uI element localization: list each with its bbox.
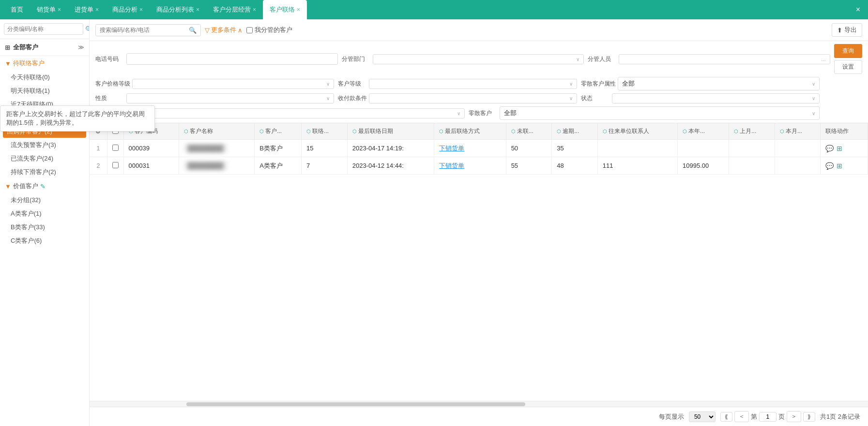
price-value-group[interactable]: ▼ 价值客户 ✎ [0,179,89,193]
action-2: 💬 ⊞ [821,157,868,175]
retail-customer-select[interactable]: 全部 ∨ [500,106,820,120]
gender-select[interactable]: ∨ [126,93,334,103]
col-contact[interactable]: 联络... [302,123,348,140]
my-customer-check[interactable] [246,27,253,33]
last-page-btn[interactable]: ⟫ [803,412,815,422]
last-contact-date-1: 2023-04-17 14:19: [347,140,434,157]
filter-phone: 电话号码 [95,53,338,65]
col-this-year[interactable]: 本年... [678,123,729,140]
col-this-month[interactable]: 本月... [775,123,821,140]
page-input[interactable] [759,412,777,422]
col-overdue[interactable]: 逾期... [552,123,598,140]
sidebar-lost[interactable]: 已流失客户(24) [0,152,89,165]
payment-select[interactable]: ∨ [369,93,577,103]
sidebar-collapse-btn[interactable]: ≫ [78,44,84,51]
window-close-btn[interactable]: × [852,5,864,14]
close-sales-tab[interactable]: × [58,6,61,13]
contact-icon-1[interactable]: 💬 [825,145,834,152]
nav-customer-contact[interactable]: 客户联络 × [263,0,307,19]
sidebar-declining[interactable]: 持续下滑客户(2) [0,165,89,179]
col-last-contact-date[interactable]: 最后联络日期 [347,123,434,140]
this-month-2 [775,157,821,175]
close-product-list-tab[interactable]: × [196,6,199,13]
unit-contact-1 [597,140,677,157]
col-unit-contact[interactable]: 往来单位联系人 [597,123,677,140]
more-icon-1[interactable]: ⊞ [837,145,842,152]
price-grade-select[interactable]: ∨ [132,79,334,89]
row-checkbox-1[interactable] [107,140,123,157]
retail-attr-select[interactable]: 全部 ∨ [618,77,820,90]
query-btn[interactable]: 查询 [834,44,862,58]
last-contact-method-2[interactable]: 下销货单 [434,157,506,175]
last-month-1 [729,140,775,157]
nav-sales[interactable]: 销货单 × [30,0,68,19]
export-btn[interactable]: ⬆ 导出 [832,23,862,37]
last-contact-method-1[interactable]: 下销货单 [434,140,506,157]
customer-grade-select[interactable]: ∨ [369,79,577,89]
close-purchase-tab[interactable]: × [95,6,99,13]
export-icon: ⬆ [837,27,842,34]
nav-customer-tier[interactable]: 客户分层经营 × [206,0,263,19]
nav-product-list[interactable]: 商品分析列表 × [150,0,206,19]
pending-contact-group[interactable]: ▼ 待联络客户 [0,56,89,71]
grid-icon: ⊞ [5,44,10,51]
nav-home[interactable]: 首页 [4,0,30,19]
content-area: 🔍 ▽ 更多条件 ∧ 我分管的客户 ⬆ 导出 电话号码 [90,19,868,426]
col-unreached[interactable]: 未联... [506,123,552,140]
sidebar-search-input[interactable] [4,23,83,35]
filter-gender: 性质 ∨ [95,93,334,103]
sidebar-search-icon[interactable]: 🔍 [85,26,90,33]
pagination-btns: ⟪ ＜ 第 页 ＞ ⟫ [720,411,815,422]
row-checkbox-2[interactable] [107,157,123,175]
first-page-btn[interactable]: ⟪ [720,412,732,422]
next-page-btn[interactable]: ＞ [787,411,801,422]
filter-actions: 查询 设置 [834,44,862,74]
chevron-down-icon-3: ∨ [326,81,330,87]
search-box: 🔍 [95,24,201,36]
close-customer-tier-tab[interactable]: × [253,6,256,13]
settings-btn[interactable]: 设置 [834,60,862,74]
customer-type-select[interactable]: ∨ [145,108,465,118]
search-icon[interactable]: 🔍 [189,27,197,34]
horizontal-scrollbar[interactable] [90,401,868,407]
dept-select[interactable]: ∨ [373,54,584,64]
col-category[interactable]: 客户... [255,123,302,140]
my-customer-checkbox[interactable]: 我分管的客户 [246,26,292,34]
filter-status: 状态 ∨ [581,93,820,103]
nav-purchase[interactable]: 进货单 × [68,0,106,19]
prev-page-btn[interactable]: ＜ [734,411,749,422]
chevron-down-icon-7: ∨ [569,96,573,101]
unreached-2: 55 [506,157,552,175]
page-label: 第 [751,412,757,421]
sidebar-class-a[interactable]: A类客户(1) [0,207,89,220]
close-customer-contact-tab[interactable]: × [297,6,300,13]
person-select[interactable]: … [619,54,830,64]
customer-code-1: 000039 [123,140,179,157]
sidebar-lost-preview[interactable]: 流失预警客户(3) [0,138,89,152]
col-name[interactable]: 客户名称 [179,123,254,140]
sidebar-ungroup[interactable]: 未分组(32) [0,193,89,207]
phone-input[interactable] [126,53,338,65]
col-last-contact-method[interactable]: 最后联络方式 [434,123,506,140]
filter-dept: 分管部门 ∨ [342,54,584,64]
customer-name-1: ████████ [179,140,254,157]
close-product-analysis-tab[interactable]: × [139,6,143,13]
search-input[interactable] [100,27,187,33]
edit-icon[interactable]: ✎ [40,183,46,190]
filter-area: 电话号码 分管部门 ∨ 分管人员 … [90,41,868,123]
sidebar-tomorrow-pending[interactable]: 明天待联络(1) [0,84,89,98]
page-size-select[interactable]: 50 20 100 [689,411,716,422]
sidebar-today-pending[interactable]: 今天待联络(0) [0,71,89,84]
col-last-month[interactable]: 上月... [729,123,775,140]
more-icon-2[interactable]: ⊞ [837,162,842,170]
tooltip-box: 距客户上次交易时长，超过了此客户的平均交易周期的1.5倍，则视为异常。 [0,105,90,132]
contact-icon-2[interactable]: 💬 [825,162,834,170]
sidebar-class-c[interactable]: C类客户(6) [0,234,89,248]
chevron-down-icon-2: … [821,57,826,62]
nav-product-analysis[interactable]: 商品分析 × [106,0,150,19]
customer-name-2: ████████ [179,157,254,175]
more-filter-btn[interactable]: ▽ 更多条件 ∧ [205,26,243,34]
scrollbar-thumb[interactable] [186,402,525,406]
status-select[interactable]: ∨ [612,93,820,103]
sidebar-class-b[interactable]: B类客户(33) [0,220,89,234]
